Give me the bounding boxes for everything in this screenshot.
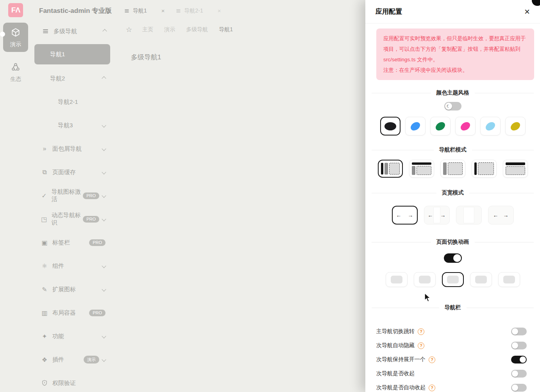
help-icon[interactable]: ? [418, 328, 424, 335]
swatch-color-dot [434, 120, 446, 132]
section-theme: 颜色主题风格 [365, 89, 540, 96]
arrow-right-icon: → [440, 212, 446, 218]
navmode-option-side-sub[interactable] [378, 160, 403, 178]
dark-mode-toggle[interactable]: ☾ [444, 102, 461, 110]
section-navmode: 导航栏模式 [365, 146, 540, 153]
pagewidth-option-center-max[interactable]: ← → [488, 206, 514, 225]
swatch-color-dot [509, 120, 521, 132]
arrow-right-icon: → [408, 212, 413, 218]
setting-label: 主导航切换跳转 [376, 328, 415, 335]
setting-label: 次导航自动隐藏 [376, 342, 415, 349]
moon-icon: ☾ [447, 104, 451, 109]
setting-toggle[interactable] [511, 328, 527, 335]
section-title: 导航栏 [445, 304, 461, 311]
section-title: 页宽模式 [442, 189, 464, 196]
navmode-option-single-dark[interactable] [472, 160, 497, 178]
setting-row-次导航保持展开一个: 次导航保持展开一个? [365, 353, 540, 367]
setting-toggle[interactable] [511, 370, 527, 378]
toggle-knob [512, 385, 518, 391]
transition-preview-block [419, 276, 431, 283]
drawer-header: 应用配置 × [365, 0, 540, 23]
swatch-color-dot [484, 120, 496, 132]
transition-option-3[interactable] [470, 272, 492, 287]
setting-label: 次导航保持展开一个 [376, 356, 426, 363]
section-title: 页面切换动画 [436, 239, 469, 246]
section-transition: 页面切换动画 [365, 239, 540, 246]
toggle-knob [520, 356, 526, 363]
setting-toggle[interactable] [511, 356, 527, 363]
theme-swatch-green[interactable] [430, 117, 451, 135]
arrow-left-icon: ← [396, 212, 402, 218]
swatch-color-dot [409, 120, 421, 132]
setting-row-主导航切换跳转: 主导航切换跳转? [365, 324, 540, 339]
arrow-left-icon: ← [493, 212, 499, 218]
section-pagewidth: 页宽模式 [365, 189, 540, 196]
help-icon[interactable]: ? [429, 356, 435, 363]
setting-row-次导航是否自动收起: 次导航是否自动收起? [365, 381, 540, 392]
navmode-option-single-gray[interactable] [440, 160, 465, 178]
transition-option-2[interactable] [442, 272, 464, 287]
arrow-right-icon: → [503, 212, 509, 218]
theme-swatch-yellow[interactable] [505, 117, 526, 135]
settings-notice: 应用配置可实时预览效果，但只是临时生效，要想真正应用于项目，可以点击下方的「复制… [376, 29, 534, 80]
pagewidth-option-center[interactable] [456, 206, 482, 225]
setting-label: 次导航是否收起 [376, 370, 415, 377]
transition-preview-block [503, 276, 515, 283]
setting-label: 次导航是否自动收起 [376, 384, 426, 391]
toggle-knob [512, 342, 518, 349]
section-title: 导航栏模式 [439, 146, 467, 153]
section-title: 颜色主题风格 [436, 89, 469, 96]
screen: FΛ 演示生态 Fantastic-admin 专业版 导航1×导航2-1× 多… [0, 0, 540, 392]
transition-option-1[interactable] [414, 272, 436, 287]
transition-enable-toggle[interactable] [444, 253, 462, 263]
theme-swatch-blue[interactable] [405, 117, 426, 135]
pagewidth-option-adaptive[interactable]: ← → [392, 206, 418, 225]
help-icon[interactable]: ? [418, 342, 424, 349]
toggle-knob [512, 371, 518, 377]
swatch-color-dot [459, 120, 471, 132]
navmode-option-top-sub[interactable] [409, 160, 434, 178]
theme-swatch-sky[interactable] [480, 117, 501, 135]
close-icon[interactable]: × [524, 7, 530, 16]
setting-row-次导航是否收起: 次导航是否收起 [365, 367, 540, 381]
navmode-options [365, 160, 540, 178]
transition-preview-block [447, 276, 459, 283]
toggle-knob [512, 328, 518, 335]
section-navbar: 导航栏 [365, 304, 540, 311]
arrow-left-icon: ← [428, 212, 433, 218]
transition-preview-block [475, 276, 487, 283]
notice-paragraph: 应用配置可实时预览效果，但只是临时生效，要想真正应用于项目，可以点击下方的「复制… [383, 33, 527, 65]
theme-swatch-list [365, 117, 540, 135]
drawer-title: 应用配置 [375, 7, 402, 16]
navmode-option-top-only[interactable] [503, 160, 528, 178]
navbar-settings-rows: 主导航切换跳转?次导航自动隐藏?次导航保持展开一个?次导航是否收起次导航是否自动… [365, 324, 540, 392]
transition-preview-block [391, 276, 402, 283]
notice-paragraph: 注意：在生产环境中应关闭该模块。 [383, 65, 527, 75]
transition-options [365, 272, 540, 287]
pagewidth-option-adaptive-min[interactable]: ← → [424, 206, 450, 225]
help-icon[interactable]: ? [429, 385, 435, 391]
theme-swatch-pink[interactable] [455, 117, 476, 135]
theme-swatch-black[interactable] [380, 117, 401, 135]
pagewidth-options: ← → ← → ← → [365, 206, 540, 225]
setting-toggle[interactable] [511, 384, 527, 392]
transition-option-4[interactable] [498, 272, 520, 287]
app-settings-drawer: 应用配置 × 应用配置可实时预览效果，但只是临时生效，要想真正应用于项目，可以点… [365, 0, 540, 392]
transition-option-0[interactable] [386, 272, 408, 287]
setting-toggle[interactable] [511, 342, 527, 349]
setting-row-次导航自动隐藏: 次导航自动隐藏? [365, 339, 540, 353]
swatch-color-dot [384, 122, 396, 130]
